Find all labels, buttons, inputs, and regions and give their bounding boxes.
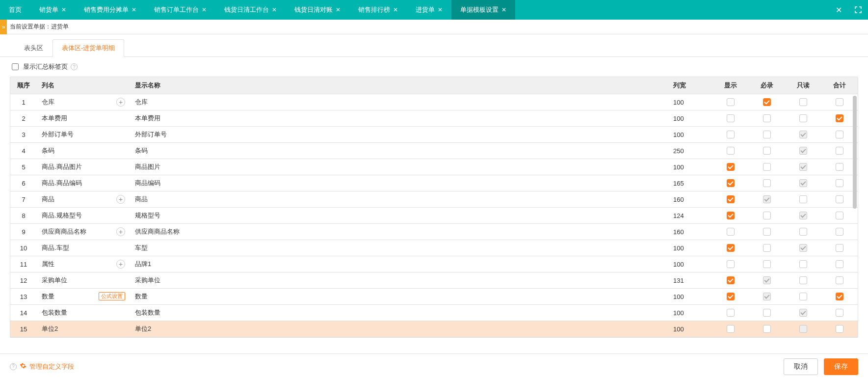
close-icon[interactable]: ✕: [501, 6, 506, 13]
close-all-icon[interactable]: ✕: [829, 0, 848, 20]
manage-custom-fields-link[interactable]: ? 管理自定义字段: [10, 362, 74, 368]
checkbox[interactable]: [763, 131, 771, 138]
checkbox[interactable]: [727, 293, 735, 300]
top-tab-2[interactable]: 销售费用分摊单✕: [75, 0, 145, 20]
checkbox[interactable]: [836, 228, 843, 236]
cell-width[interactable]: 100: [668, 256, 712, 272]
cell-display[interactable]: 数量: [130, 289, 668, 305]
table-row[interactable]: 1仓库+仓库100: [10, 94, 858, 110]
cell-width[interactable]: 100: [668, 127, 712, 143]
cell-display[interactable]: 商品编码: [130, 175, 668, 191]
checkbox[interactable]: [799, 260, 807, 268]
cell-display[interactable]: 规格型号: [130, 208, 668, 224]
top-tab-4[interactable]: 钱货日清工作台✕: [215, 0, 286, 20]
table-row[interactable]: 5商品.商品图片商品图片100: [10, 159, 858, 175]
table-row[interactable]: 12采购单位采购单位131: [10, 272, 858, 289]
checkbox[interactable]: [763, 147, 771, 155]
checkbox[interactable]: [727, 309, 735, 317]
checkbox[interactable]: [836, 309, 843, 317]
top-tab-0[interactable]: 首页: [0, 0, 30, 20]
checkbox[interactable]: [763, 114, 771, 122]
formula-setting-tag[interactable]: 公式设置: [99, 292, 125, 300]
save-button[interactable]: 保存: [824, 358, 858, 368]
cell-display[interactable]: 仓库: [130, 94, 668, 110]
checkbox[interactable]: [836, 179, 843, 187]
cell-width[interactable]: 100: [668, 240, 712, 256]
checkbox[interactable]: [727, 325, 735, 333]
fullscreen-icon[interactable]: [848, 0, 868, 20]
cell-width[interactable]: 160: [668, 191, 712, 208]
checkbox[interactable]: [763, 98, 771, 106]
cell-display[interactable]: 车型: [130, 240, 668, 256]
checkbox[interactable]: [836, 163, 843, 171]
table-row[interactable]: 2本单费用本单费用100: [10, 110, 858, 127]
checkbox[interactable]: [727, 163, 735, 171]
top-tab-3[interactable]: 销售订单工作台✕: [145, 0, 215, 20]
cell-width[interactable]: 160: [668, 224, 712, 240]
checkbox[interactable]: [763, 325, 771, 333]
checkbox[interactable]: [763, 212, 771, 219]
checkbox[interactable]: [727, 228, 735, 236]
checkbox[interactable]: [727, 276, 735, 284]
close-icon[interactable]: ✕: [132, 6, 136, 13]
checkbox[interactable]: [836, 114, 843, 122]
checkbox[interactable]: [836, 244, 843, 252]
checkbox[interactable]: [763, 179, 771, 187]
table-row[interactable]: 6商品.商品编码商品编码165: [10, 175, 858, 191]
table-row[interactable]: 7商品+商品160: [10, 191, 858, 208]
checkbox[interactable]: [836, 131, 843, 138]
checkbox[interactable]: [763, 260, 771, 268]
cell-width[interactable]: 100: [668, 321, 712, 337]
checkbox[interactable]: [799, 228, 807, 236]
cell-width[interactable]: 131: [668, 272, 712, 289]
checkbox[interactable]: [799, 195, 807, 203]
add-icon[interactable]: +: [116, 98, 125, 107]
cell-display[interactable]: 商品图片: [130, 159, 668, 175]
cell-display[interactable]: 采购单位: [130, 272, 668, 289]
cell-width[interactable]: 100: [668, 159, 712, 175]
add-icon[interactable]: +: [116, 227, 125, 236]
cell-width[interactable]: 250: [668, 143, 712, 159]
checkbox[interactable]: [799, 293, 807, 300]
cell-width[interactable]: 165: [668, 175, 712, 191]
table-row[interactable]: 8商品.规格型号规格型号124: [10, 208, 858, 224]
close-icon[interactable]: ✕: [393, 6, 398, 13]
cell-display[interactable]: 供应商商品名称: [130, 224, 668, 240]
add-icon[interactable]: +: [116, 195, 125, 204]
close-icon[interactable]: ✕: [336, 6, 341, 13]
cell-width[interactable]: 124: [668, 208, 712, 224]
cell-width[interactable]: 100: [668, 94, 712, 110]
help-icon[interactable]: ?: [71, 63, 78, 70]
checkbox[interactable]: [799, 276, 807, 284]
checkbox[interactable]: [763, 309, 771, 317]
checkbox[interactable]: [836, 98, 843, 106]
table-row[interactable]: 9供应商商品名称+供应商商品名称160: [10, 224, 858, 240]
checkbox[interactable]: [836, 276, 843, 284]
checkbox[interactable]: [727, 244, 735, 252]
checkbox[interactable]: [799, 114, 807, 122]
cell-width[interactable]: 100: [668, 289, 712, 305]
checkbox[interactable]: [727, 131, 735, 138]
sub-tab-1[interactable]: 表体区-进货单明细: [53, 39, 124, 57]
checkbox[interactable]: [836, 293, 843, 300]
table-row[interactable]: 15单位2单位2100: [10, 321, 858, 337]
cell-display[interactable]: 商品: [130, 191, 668, 208]
close-icon[interactable]: ✕: [61, 6, 66, 13]
cell-display[interactable]: 品牌1: [130, 256, 668, 272]
top-tab-1[interactable]: 销货单✕: [30, 0, 75, 20]
checkbox[interactable]: [727, 212, 735, 219]
cell-width[interactable]: 100: [668, 110, 712, 127]
sub-tab-0[interactable]: 表头区: [15, 39, 53, 56]
checkbox[interactable]: [763, 244, 771, 252]
help-icon[interactable]: ?: [10, 363, 17, 368]
checkbox[interactable]: [836, 195, 843, 203]
summary-checkbox[interactable]: [12, 63, 19, 70]
cancel-button[interactable]: 取消: [784, 358, 818, 368]
table-row[interactable]: 11属性+品牌1100: [10, 256, 858, 272]
close-icon[interactable]: ✕: [202, 6, 207, 13]
checkbox[interactable]: [799, 98, 807, 106]
checkbox[interactable]: [836, 212, 843, 219]
checkbox[interactable]: [727, 260, 735, 268]
checkbox[interactable]: [836, 147, 843, 155]
vertical-scrollbar[interactable]: [853, 96, 857, 209]
